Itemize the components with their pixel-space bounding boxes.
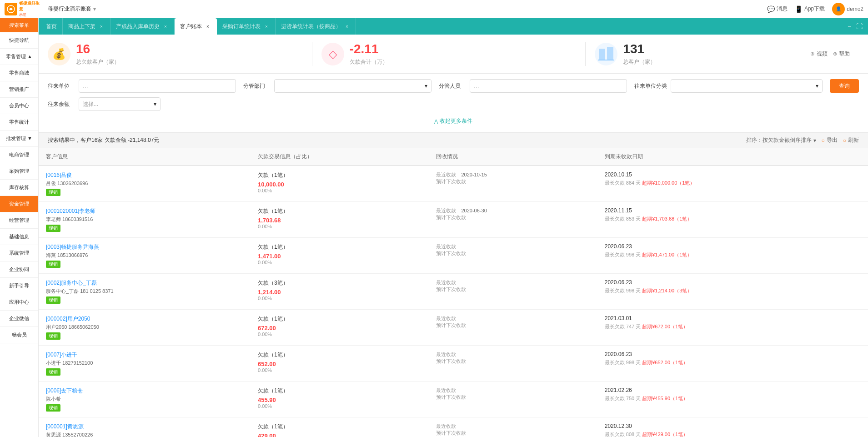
tab-inbound-stats[interactable]: 进货单统计表（按商品） × <box>276 18 356 35</box>
debt-amount[interactable]: 1,471.00 <box>258 253 421 260</box>
filter-person-label: 分管人员 <box>439 82 466 90</box>
sidebar-item-wechat[interactable]: 企业微信 <box>0 311 38 327</box>
stat-content-debt-customers: 16 总欠款客户（家） <box>76 42 120 66</box>
video-btn[interactable]: ⊙ 视频 <box>810 50 827 58</box>
customer-phone: 陈小希 <box>46 396 243 402</box>
customer-tag: 现销 <box>46 225 60 232</box>
tab-close-inbound-stats[interactable]: × <box>344 23 350 30</box>
industry-selector[interactable]: 母婴行业演示账套 ▾ <box>43 5 767 13</box>
customer-phone: 小进千 18279152100 <box>46 360 243 367</box>
tab-purchase-order[interactable]: 采购订单统计表 × <box>217 18 276 35</box>
sidebar-search[interactable]: 搜索菜单 <box>0 18 38 32</box>
tab-product-inbound[interactable]: 产成品入库单历史 × <box>110 18 175 35</box>
sidebar-item-sys[interactable]: 系统管理 <box>0 245 38 261</box>
help-btn[interactable]: ⊙ 帮助 <box>833 50 850 58</box>
app-download-btn[interactable]: 📱 App下载 <box>795 5 825 13</box>
overdue-link[interactable]: 超期¥10,000.00（1笔） <box>642 180 695 186</box>
sidebar-item-batch-mgmt[interactable]: 批发管理 ▼ <box>0 131 38 147</box>
sidebar-item-retail-mall[interactable]: 零售商城 <box>0 65 38 81</box>
sidebar-item-quick-nav[interactable]: 快捷导航 <box>0 32 38 49</box>
debt-info-cell: 欠款（1笔） 1,703.68 0.00% <box>251 202 429 238</box>
stat-value-total-customers: 131 <box>623 42 656 56</box>
debt-amount[interactable]: 1,214.00 <box>258 289 421 296</box>
overdue-link[interactable]: 超期¥1,471.00（1笔） <box>642 252 692 257</box>
overdue-link[interactable]: 超期¥1,703.68（1笔） <box>642 216 692 221</box>
avatar: 👤 <box>832 3 845 15</box>
filter-unit-category-select[interactable]: ▾ <box>671 79 823 93</box>
filter-from-unit-input[interactable]: ... <box>79 79 236 93</box>
tab-close-product-inbound[interactable]: × <box>162 23 169 30</box>
debt-amount[interactable]: 10,000.00 <box>258 181 421 188</box>
sidebar-item-newbie[interactable]: 新手引导 <box>0 278 38 294</box>
sidebar-item-purchase[interactable]: 采购管理 <box>0 163 38 180</box>
overdue-date-cell: 2020.10.15 最长欠款 884 天 超期¥10,000.00（1笔） <box>597 166 868 202</box>
stat-value-debt-customers: 16 <box>76 42 120 56</box>
overdue-link[interactable]: 超期¥1,214.00（3笔） <box>642 288 692 293</box>
filter-dept-select[interactable]: ▾ <box>274 79 431 93</box>
filter-balance-label: 往来余额 <box>48 100 75 108</box>
user-menu[interactable]: 👤 demo2 <box>832 3 863 15</box>
recovery-cell: 最近收款 预计下次收款 <box>429 382 597 417</box>
sidebar-item-retail-mgmt[interactable]: 零售管理 ▲ <box>0 49 38 65</box>
debt-amount[interactable]: 455.90 <box>258 397 421 403</box>
overdue-date-cell: 2020.06.23 最长欠款 998 天 超期¥652.00（1笔） <box>597 346 868 382</box>
sidebar-item-retail-stats[interactable]: 零售统计 <box>0 114 38 131</box>
svg-rect-3 <box>598 60 614 60</box>
customer-name-link[interactable]: [0003]畅捷服务尹海蒸 <box>46 243 243 251</box>
tab-minus-icon[interactable]: － <box>846 22 853 30</box>
customer-name-link[interactable]: [0001020001]李老师 <box>46 207 243 215</box>
debt-percent: 0.00% <box>258 403 421 409</box>
customer-tag: 现销 <box>46 332 60 340</box>
customer-phone: 李老师 18600391516 <box>46 216 243 223</box>
customer-name-link[interactable]: [0016]吕俊 <box>46 171 243 179</box>
tab-home[interactable]: 首页 <box>40 18 63 35</box>
logo-area: 畅捷通好生意 示意 <box>5 0 43 17</box>
sidebar-item-inventory[interactable]: 库存核算 <box>0 180 38 196</box>
filter-person: 分管人员 ... <box>439 79 627 93</box>
filter-person-input[interactable]: ... <box>470 79 627 93</box>
sidebar-item-vip[interactable]: 畅会员 <box>0 327 38 343</box>
overdue-link[interactable]: 超期¥455.90（1笔） <box>642 396 688 401</box>
sidebar-item-finance[interactable]: 资金管理 <box>0 196 38 212</box>
overdue-link[interactable]: 超期¥429.00（1笔） <box>642 432 688 437</box>
overdue-link[interactable]: 超期¥652.00（1笔） <box>642 360 688 365</box>
tab-expand-icon[interactable]: ⛶ <box>856 23 863 30</box>
sidebar-item-ops[interactable]: 经营管理 <box>0 212 38 229</box>
overdue-link[interactable]: 超期¥672.00（1笔） <box>642 324 688 329</box>
debt-percent: 0.00% <box>258 296 421 301</box>
debt-amount[interactable]: 652.00 <box>258 361 421 367</box>
sidebar-item-base-info[interactable]: 基础信息 <box>0 229 38 245</box>
recovery-cell: 最近收款 预计下次收款 <box>429 346 597 382</box>
customer-name-link[interactable]: [0007]小进千 <box>46 351 243 359</box>
customer-name-link[interactable]: [000001]黄思源 <box>46 423 243 431</box>
refresh-button[interactable]: ○ 刷新 <box>843 136 859 144</box>
debt-amount[interactable]: 1,703.68 <box>258 217 421 224</box>
debt-amount[interactable]: 429.00 <box>258 432 421 437</box>
refresh-icon: ○ <box>843 137 846 144</box>
sidebar-item-marketing[interactable]: 营销推广 <box>0 81 38 98</box>
customer-name-link[interactable]: [000002]用户2050 <box>46 315 243 323</box>
last-recovery-label: 最近收款 2020-10-15 <box>436 171 590 178</box>
sort-selector[interactable]: 排序：按欠款金额倒序排序 ▾ <box>746 136 816 144</box>
sidebar-item-member[interactable]: 会员中心 <box>0 98 38 114</box>
tab-product-listing[interactable]: 商品上下架 × <box>63 18 110 35</box>
tab-customer-account[interactable]: 客户账本 × <box>175 18 217 35</box>
sidebar-item-app-center[interactable]: 应用中心 <box>0 294 38 311</box>
overdue-date: 2020.10.15 <box>605 171 861 178</box>
sidebar-item-enterprise[interactable]: 企业协同 <box>0 261 38 278</box>
tab-close-product-listing[interactable]: × <box>98 23 105 30</box>
filter-balance-select[interactable]: 选择... ▾ <box>79 97 161 111</box>
customer-name-link[interactable]: [0002]服务中心_丁磊 <box>46 279 243 287</box>
export-button[interactable]: ○ 导出 <box>822 136 838 144</box>
table-row: [0006]去下粮仓 陈小希 现销 欠款（1笔） 455.90 0.00% 最近… <box>39 382 868 417</box>
message-btn[interactable]: 💬 消息 <box>767 5 788 13</box>
tab-close-customer-account[interactable]: × <box>205 23 211 30</box>
tab-close-purchase-order[interactable]: × <box>263 23 270 30</box>
customer-name-link[interactable]: [0006]去下粮仓 <box>46 387 243 395</box>
sidebar-item-ecommerce[interactable]: 电商管理 <box>0 147 38 163</box>
query-button[interactable]: 查询 <box>830 79 859 93</box>
debt-amount[interactable]: 672.00 <box>258 325 421 332</box>
debt-count: 欠款（1笔） <box>258 171 421 179</box>
customer-info-cell: [0002]服务中心_丁磊 服务中心_丁磊 181 0125 8371 现销 <box>39 274 251 310</box>
collapse-button[interactable]: ⋀ 收起更多条件 <box>48 116 859 127</box>
